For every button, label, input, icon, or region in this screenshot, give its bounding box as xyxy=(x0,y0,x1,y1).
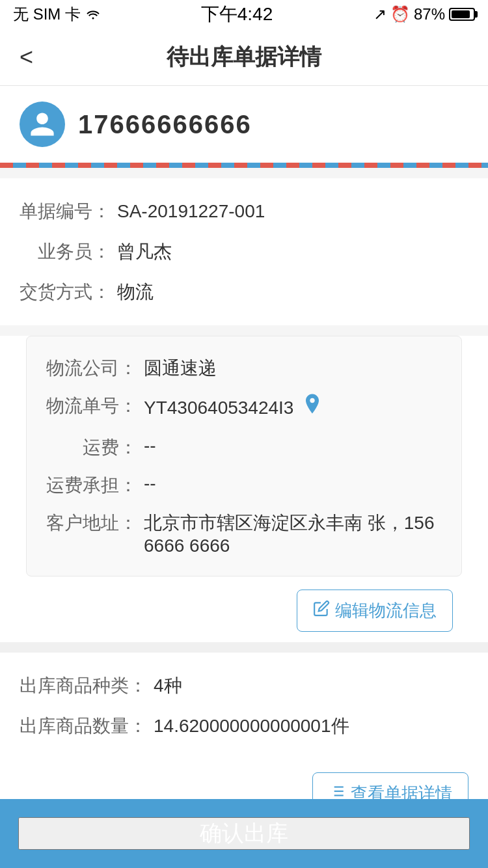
status-right: ↗ ⏰ 87% xyxy=(373,5,475,23)
logistics-section: 物流公司： 圆通速递 物流单号： YT43064053424I3 运费： -- … xyxy=(26,336,462,576)
salesman-row: 业务员： 曾凡杰 xyxy=(20,238,468,265)
section-divider xyxy=(0,642,488,653)
location-status-icon: ↗ xyxy=(373,5,386,23)
delivery-label: 交货方式： xyxy=(20,278,111,306)
dashed-divider xyxy=(0,163,488,168)
delivery-row: 交货方式： 物流 xyxy=(20,278,468,306)
logistics-tracking-label: 物流单号： xyxy=(46,394,137,418)
logistics-tracking-row: 物流单号： YT43064053424I3 xyxy=(46,394,442,422)
edit-icon xyxy=(313,600,330,621)
logistics-company-row: 物流公司： 圆通速递 xyxy=(46,356,442,381)
goods-type-label: 出库商品种类： xyxy=(20,672,147,699)
logistics-company-value: 圆通速递 xyxy=(144,356,442,381)
freight-bear-row: 运费承担： -- xyxy=(46,473,442,498)
battery-percentage: 87% xyxy=(414,5,445,23)
tracking-number: YT43064053424I3 xyxy=(144,398,293,418)
doc-info-section: 单据编号： SA-20191227-001 业务员： 曾凡杰 交货方式： 物流 xyxy=(0,178,488,325)
carrier-label: 无 SIM 卡 xyxy=(13,4,81,25)
status-left: 无 SIM 卡 xyxy=(13,4,100,25)
freight-value: -- xyxy=(144,435,442,456)
goods-quantity-row: 出库商品数量： 14.620000000000001件 xyxy=(20,712,468,740)
doc-number-value: SA-20191227-001 xyxy=(117,198,468,225)
battery-icon xyxy=(449,8,475,21)
address-value: 北京市市辖区海淀区永丰南 张，156 6666 6666 xyxy=(144,511,442,556)
alarm-icon: ⏰ xyxy=(390,5,410,23)
goods-quantity-value: 14.620000000000001件 xyxy=(154,712,468,740)
status-time: 下午4:42 xyxy=(201,2,273,27)
confirm-button[interactable]: 确认出库 xyxy=(18,817,470,850)
back-button[interactable]: < xyxy=(20,44,33,71)
delivery-value: 物流 xyxy=(117,278,468,306)
salesman-value: 曾凡杰 xyxy=(117,238,468,265)
goods-type-value: 4种 xyxy=(154,672,468,699)
freight-row: 运费： -- xyxy=(46,435,442,460)
goods-quantity-label: 出库商品数量： xyxy=(20,712,147,740)
freight-bear-value: -- xyxy=(144,473,442,494)
edit-btn-label: 编辑物流信息 xyxy=(335,599,437,622)
goods-section: 出库商品种类： 4种 出库商品数量： 14.620000000000001件 xyxy=(0,653,488,759)
edit-btn-row: 编辑物流信息 xyxy=(16,576,472,642)
wifi-icon xyxy=(86,5,100,23)
address-label: 客户地址： xyxy=(46,511,137,536)
user-icon xyxy=(28,110,57,139)
confirm-btn-container: 确认出库 xyxy=(0,799,488,868)
avatar xyxy=(20,102,65,147)
goods-type-row: 出库商品种类： 4种 xyxy=(20,672,468,699)
freight-label: 运费： xyxy=(46,435,137,460)
doc-number-label: 单据编号： xyxy=(20,198,111,225)
customer-header: 17666666666 xyxy=(0,86,488,163)
edit-logistics-button[interactable]: 编辑物流信息 xyxy=(297,590,453,632)
page-title: 待出库单据详情 xyxy=(167,42,321,72)
nav-bar: < 待出库单据详情 xyxy=(0,29,488,86)
logistics-company-label: 物流公司： xyxy=(46,356,137,381)
salesman-label: 业务员： xyxy=(20,238,111,265)
status-bar: 无 SIM 卡 下午4:42 ↗ ⏰ 87% xyxy=(0,0,488,29)
tracking-location-icon[interactable] xyxy=(303,394,322,422)
logistics-tracking-value: YT43064053424I3 xyxy=(144,394,442,422)
customer-phone: 17666666666 xyxy=(78,110,252,139)
address-row: 客户地址： 北京市市辖区海淀区永丰南 张，156 6666 6666 xyxy=(46,511,442,556)
doc-number-row: 单据编号： SA-20191227-001 xyxy=(20,198,468,225)
freight-bear-label: 运费承担： xyxy=(46,473,137,498)
